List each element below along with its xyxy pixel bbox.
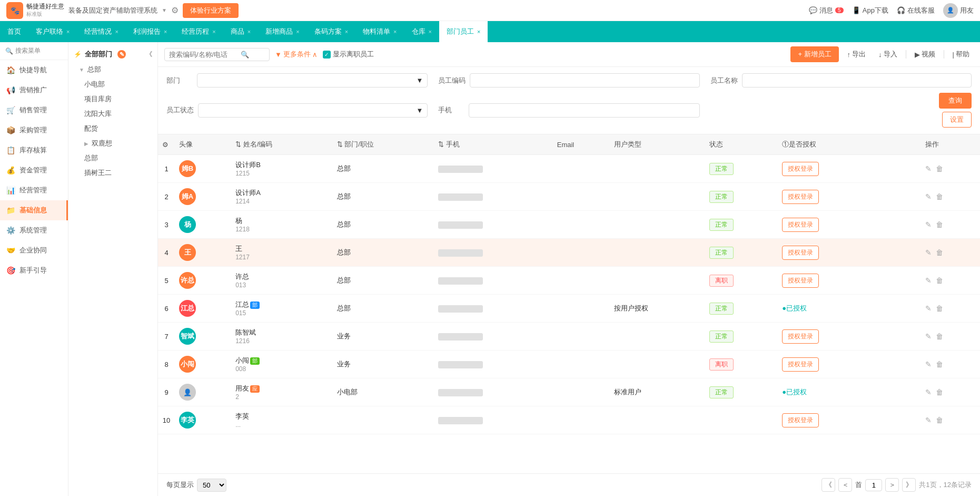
search-button[interactable]: 查询 — [939, 93, 972, 109]
add-employee-button[interactable]: + 新增员工 — [790, 46, 838, 62]
sidebar-item-system[interactable]: ⚙️ 系统管理 — [0, 220, 68, 240]
auth-login-btn[interactable]: 授权登录 — [782, 190, 819, 204]
dept-item-project[interactable]: 项目库房 — [68, 92, 157, 106]
sidebar-item-guide[interactable]: 🎯 新手引导 — [0, 260, 68, 280]
tab-customer-close[interactable]: × — [66, 28, 70, 35]
row-auth[interactable]: 授权登录 — [778, 183, 879, 211]
sidebar-item-purchase[interactable]: 📦 采购管理 — [0, 120, 68, 140]
sidebar-item-collab[interactable]: 🤝 企业协同 — [0, 240, 68, 260]
tab-barcode[interactable]: 条码方案 × — [307, 21, 355, 42]
dept-item-hq[interactable]: 总部 — [68, 151, 157, 166]
row-auth[interactable]: 授权登录 — [778, 406, 879, 434]
tab-customer[interactable]: 客户联络 × — [28, 21, 77, 42]
message-button[interactable]: 💬 消息 5 — [809, 6, 844, 15]
dept-item-delivery[interactable]: 配货 — [68, 121, 157, 136]
page-input[interactable] — [865, 479, 882, 491]
tab-operation-close[interactable]: × — [115, 28, 118, 35]
auth-login-btn[interactable]: 授权登录 — [782, 246, 819, 260]
auth-login-btn[interactable]: 授权登录 — [782, 329, 819, 344]
tab-barcode-close[interactable]: × — [345, 28, 348, 35]
dept-item-chashuwang[interactable]: 插树王二 — [68, 166, 157, 180]
edit-icon[interactable]: ✎ — [925, 416, 932, 424]
edit-icon[interactable]: ✎ — [925, 332, 932, 341]
form-empcode-input[interactable] — [470, 73, 699, 87]
tab-bom[interactable]: 物料清单 × — [355, 21, 404, 42]
last-page-btn[interactable]: 》 — [902, 478, 916, 492]
sidebar-item-sales[interactable]: 🛒 销售管理 — [0, 100, 68, 120]
first-page-btn[interactable]: 《 — [821, 478, 835, 492]
sidebar-item-basic-info[interactable]: 📁 基础信息 — [0, 200, 68, 220]
delete-icon[interactable]: 🗑 — [936, 276, 943, 285]
row-auth[interactable]: 授权登录 — [778, 239, 879, 267]
show-resigned-checkbox[interactable]: ✓ — [323, 51, 331, 59]
try-industry-button[interactable]: 体验行业方案 — [183, 3, 239, 18]
more-conditions-btn[interactable]: ▼ 更多条件 ∧ — [275, 50, 318, 59]
reset-button[interactable]: 设置 — [942, 112, 972, 128]
auth-login-btn[interactable]: 授权登录 — [782, 274, 819, 288]
delete-icon[interactable]: 🗑 — [936, 304, 943, 313]
row-auth[interactable]: 授权登录 — [778, 155, 879, 183]
page-size-select[interactable]: 50 100 — [197, 479, 226, 492]
dept-item-shuanglu[interactable]: ▶ 双鹿想 — [68, 136, 157, 151]
dept-item-shenyang[interactable]: 沈阳大库 — [68, 106, 157, 121]
tab-goods-close[interactable]: × — [248, 28, 251, 35]
sidebar-item-operation-mgmt[interactable]: 📊 经营管理 — [0, 180, 68, 200]
gear-icon[interactable]: ⚙ — [171, 5, 179, 15]
form-phone-input[interactable] — [469, 103, 699, 118]
auth-login-btn[interactable]: 授权登录 — [782, 218, 819, 232]
delete-icon[interactable]: 🗑 — [936, 388, 943, 396]
tab-new-goods-close[interactable]: × — [296, 28, 299, 35]
prev-page-btn[interactable]: ＜ — [838, 478, 852, 492]
edit-icon[interactable]: ✎ — [925, 248, 932, 257]
col-settings[interactable]: ⚙ — [158, 134, 175, 155]
export-button[interactable]: ↑ 导出 — [843, 47, 870, 61]
edit-icon[interactable]: ✎ — [925, 388, 932, 396]
tab-warehouse-close[interactable]: × — [429, 28, 432, 35]
search-input[interactable] — [169, 51, 237, 59]
tab-history[interactable]: 经营历程 × — [174, 21, 223, 42]
delete-icon[interactable]: 🗑 — [936, 220, 943, 229]
dept-item-xiaodian[interactable]: 小电部 — [68, 77, 157, 92]
tab-dept-employee[interactable]: 部门员工 × — [439, 21, 488, 42]
sidebar-item-marketing[interactable]: 📢 营销推广 — [0, 80, 68, 100]
tab-bom-close[interactable]: × — [393, 28, 397, 35]
edit-icon[interactable]: ✎ — [925, 304, 932, 313]
tab-new-goods[interactable]: 新增商品 × — [258, 21, 306, 42]
edit-icon[interactable]: ✎ — [925, 192, 932, 201]
delete-icon[interactable]: 🗑 — [936, 416, 943, 424]
import-button[interactable]: ↓ 导入 — [874, 47, 902, 61]
sidebar-item-finance[interactable]: 💰 资金管理 — [0, 160, 68, 180]
video-button[interactable]: ▶ 视频 — [910, 47, 939, 61]
next-page-btn[interactable]: ＞ — [885, 478, 899, 492]
auth-login-btn[interactable]: 授权登录 — [782, 357, 819, 372]
sidebar-item-inventory[interactable]: 📋 库存核算 — [0, 140, 68, 160]
edit-icon[interactable]: ✎ — [925, 164, 932, 173]
online-service-button[interactable]: 🎧 在线客服 — [897, 6, 935, 15]
delete-icon[interactable]: 🗑 — [936, 164, 943, 173]
tab-history-close[interactable]: × — [212, 28, 215, 35]
row-auth[interactable]: 授权登录 — [778, 211, 879, 239]
dept-item-hq-parent[interactable]: ▼ 总部 — [68, 62, 157, 77]
help-button[interactable]: | 帮助 — [948, 47, 974, 61]
form-status-select[interactable]: ▼ — [198, 103, 428, 118]
tab-profit[interactable]: 利润报告 × — [126, 21, 174, 42]
row-auth[interactable]: 授权登录 — [778, 267, 879, 295]
sys-dropdown-icon[interactable]: ▼ — [162, 7, 167, 13]
delete-icon[interactable]: 🗑 — [936, 248, 943, 257]
tab-dept-employee-close[interactable]: × — [477, 28, 480, 35]
tab-home[interactable]: 首页 — [0, 21, 28, 42]
edit-icon[interactable]: ✎ — [925, 220, 932, 229]
edit-icon[interactable]: ✎ — [925, 360, 932, 368]
tab-operation[interactable]: 经营情况 × — [77, 21, 125, 42]
row-auth[interactable]: 授权登录 — [778, 323, 879, 351]
dept-edit-icon[interactable]: ✎ — [117, 50, 126, 59]
app-download-button[interactable]: 📱 App下载 — [852, 6, 888, 15]
dept-tree-collapse-btn[interactable]: 《 — [146, 50, 152, 59]
user-menu-button[interactable]: 👤 用友 — [943, 3, 974, 18]
delete-icon[interactable]: 🗑 — [936, 192, 943, 201]
tab-goods[interactable]: 商品 × — [223, 21, 258, 42]
sidebar-search[interactable]: 🔍 搜索菜单 — [0, 42, 68, 60]
tab-profit-close[interactable]: × — [164, 28, 167, 35]
show-resigned-toggle[interactable]: ✓ 显示离职员工 — [323, 50, 374, 59]
delete-icon[interactable]: 🗑 — [936, 360, 943, 368]
